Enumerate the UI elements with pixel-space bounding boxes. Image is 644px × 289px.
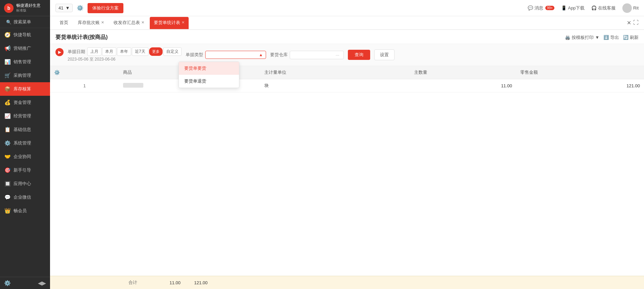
warehouse-filter-group: 要货仓库 ··· (270, 51, 344, 59)
print-action[interactable]: 🖨️ 按模板打印 ▼ (565, 35, 599, 41)
col-amount: 零售金额 (516, 66, 644, 79)
nav-icon: 🛒 (4, 72, 11, 79)
store-selector[interactable]: 41 ▼ (55, 4, 73, 12)
warehouse-select[interactable]: ··· (290, 51, 344, 59)
sidebar-nav: 🧭快捷导航📢营销推广📊销售管理🛒采购管理📦库存核算💰资金管理📈经营管理📋基础信息… (0, 28, 50, 277)
table-settings-icon[interactable]: ⚙️ (54, 70, 60, 75)
tab-close-icon[interactable]: ✕ (101, 20, 104, 25)
print-label: 按模板打印 (572, 35, 594, 41)
nav-icon: 🤝 (4, 154, 11, 160)
col-quantity: 主数量 (410, 66, 516, 79)
sidebar-item-快捷导航[interactable]: 🧭快捷导航 (0, 28, 50, 42)
nav-icon: 🧭 (4, 32, 11, 38)
date-this-month-btn[interactable]: 本月 (102, 47, 116, 56)
warehouse-more-icon: ··· (336, 52, 339, 58)
date-filter-row: 单据日期 上月 本月 本年 近7天 更多 自定义 (68, 47, 182, 56)
app-download-action[interactable]: 📱 App下载 (561, 5, 585, 11)
sidebar-item-营销推广[interactable]: 📢营销推广 (0, 42, 50, 55)
nav-icon: 📈 (4, 113, 11, 119)
tab-库存批次账[interactable]: 库存批次账✕ (74, 17, 108, 29)
top-header: 41 ▼ ⚙️ 体验行业方案 💬 消息 99+ 📱 App下载 🎧 在线客服 (50, 0, 644, 16)
online-service-action[interactable]: 🎧 在线客服 (591, 5, 616, 11)
tab-收发存汇总表[interactable]: 收发存汇总表✕ (110, 17, 148, 29)
nav-icon: 👑 (4, 208, 11, 214)
settings-bottom-icon[interactable]: ⚙️ (4, 280, 11, 286)
nav-icon: 🔲 (4, 181, 11, 187)
messages-action[interactable]: 💬 消息 99+ (528, 5, 554, 11)
tab-close-all[interactable]: ✕ (627, 20, 631, 26)
filter-expand-button[interactable]: ▶ (55, 48, 64, 56)
avatar (622, 3, 632, 13)
footer-total-label: 合计 (54, 280, 137, 286)
collapse-icon[interactable]: ◀▶ (38, 280, 46, 286)
page-title: 要货单统计表(按商品) (55, 34, 108, 41)
sidebar-item-库存核算[interactable]: 📦库存核算 (0, 82, 50, 96)
date-prev-month-btn[interactable]: 上月 (87, 47, 101, 56)
filter-bar: ▶ 单据日期 上月 本月 本年 近7天 更多 自定义 (50, 44, 644, 66)
company-name: 畅捷通好生意 (16, 3, 41, 8)
print-dropdown-icon: ▼ (595, 35, 599, 40)
table-container: ⚙️ 商品 主计量单位 主数量 零售金额 1 块 11.00 121.00 (50, 66, 644, 276)
store-dropdown-icon: ▼ (65, 5, 70, 10)
header-settings-icon[interactable]: ⚙️ (77, 5, 84, 11)
dropdown-option-要货单退货[interactable]: 要货单退货 (179, 75, 239, 88)
tab-要货单统计表[interactable]: 要货单统计表✕ (150, 17, 189, 29)
nav-icon: 📢 (4, 45, 11, 51)
settings-button[interactable]: 设置 (374, 49, 395, 60)
sidebar-item-采购管理[interactable]: 🛒采购管理 (0, 69, 50, 82)
page-content: 要货单统计表(按商品) 🖨️ 按模板打印 ▼ ⬇️ 导出 🔄 刷新 ▶ (50, 30, 644, 289)
row-amount: 121.00 (516, 79, 644, 92)
sidebar-item-新手引导[interactable]: 🎯新手引导 (0, 163, 50, 177)
sidebar-item-企业协同[interactable]: 🤝企业协同 (0, 150, 50, 163)
query-button[interactable]: 查询 (348, 50, 370, 60)
row-num: 1 (50, 79, 119, 92)
sidebar-item-系统管理[interactable]: ⚙️系统管理 (0, 136, 50, 150)
sidebar-item-畅会员[interactable]: 👑畅会员 (0, 204, 50, 218)
sidebar-item-经营管理[interactable]: 📈经营管理 (0, 109, 50, 123)
col-unit: 主计量单位 (260, 66, 410, 79)
export-icon: ⬇️ (603, 35, 609, 40)
type-select-arrow-icon: ▲ (259, 52, 263, 57)
sidebar-item-应用中心[interactable]: 🔲应用中心 (0, 177, 50, 191)
sidebar-item-资金管理[interactable]: 💰资金管理 (0, 96, 50, 109)
sidebar-item-企业微信[interactable]: 💬企业微信 (0, 191, 50, 204)
search-label: 搜索菜单 (14, 19, 31, 25)
sidebar-item-基础信息[interactable]: 📋基础信息 (0, 123, 50, 136)
dropdown-option-要货单要货[interactable]: 要货单要货 (179, 62, 239, 75)
user-area[interactable]: Rit (622, 3, 639, 13)
trial-button[interactable]: 体验行业方案 (88, 3, 123, 13)
date-this-year-btn[interactable]: 本年 (117, 47, 131, 56)
tab-label: 要货单统计表 (154, 20, 180, 26)
date-custom-btn[interactable]: 自定义 (163, 47, 182, 56)
export-label: 导出 (610, 35, 619, 41)
col-settings: ⚙️ (50, 66, 119, 79)
tab-close-icon[interactable]: ✕ (182, 20, 185, 25)
sidebar-search[interactable]: 🔍 搜索菜单 (0, 16, 50, 28)
nav-icon: 📊 (4, 59, 11, 65)
tab-maximize[interactable]: ⛶ (633, 20, 639, 26)
date-7days-btn[interactable]: 近7天 (132, 47, 148, 56)
page-actions: 🖨️ 按模板打印 ▼ ⬇️ 导出 🔄 刷新 (565, 35, 639, 41)
tab-label: 收发存汇总表 (114, 20, 140, 26)
date-more-btn[interactable]: 更多 (149, 47, 163, 56)
tab-bar-actions: ✕ ⛶ (627, 20, 639, 26)
service-icon: 🎧 (591, 5, 597, 10)
sidebar-item-销售管理[interactable]: 📊销售管理 (0, 55, 50, 69)
user-name: Rit (633, 5, 639, 10)
nav-icon: ⚙️ (4, 140, 11, 146)
messages-icon: 💬 (528, 5, 533, 10)
type-filter-group: 单据类型 ▲ (186, 51, 266, 59)
export-action[interactable]: ⬇️ 导出 (603, 35, 619, 41)
logo-icon: b (4, 3, 14, 13)
type-filter-label: 单据类型 (186, 52, 203, 58)
tab-首页[interactable]: 首页 (55, 17, 72, 29)
nav-icon: 🎯 (4, 167, 11, 173)
type-select[interactable]: ▲ (205, 51, 266, 59)
date-range-display: 2023-05-06 至 2023-06-06 (68, 57, 182, 62)
row-quantity: 11.00 (410, 79, 516, 92)
sidebar-bottom: ⚙️ ◀▶ (0, 277, 50, 289)
refresh-action[interactable]: 🔄 刷新 (623, 35, 639, 41)
tab-close-icon[interactable]: ✕ (141, 20, 144, 25)
tab-label: 首页 (59, 20, 68, 26)
header-left: 41 ▼ ⚙️ 体验行业方案 (55, 3, 123, 13)
